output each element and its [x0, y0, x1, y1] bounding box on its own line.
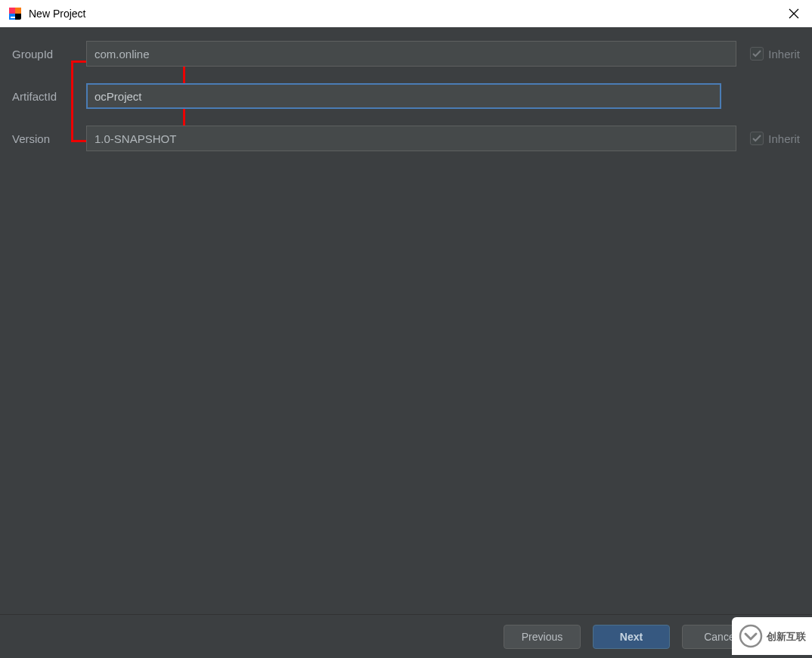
watermark: 创新互联 [732, 617, 812, 655]
button-bar: Previous Next Cancel [0, 614, 812, 658]
group-id-inherit-label: Inherit [768, 48, 800, 61]
titlebar: New Project [0, 0, 812, 27]
svg-rect-4 [11, 17, 15, 18]
artifact-id-label: ArtifactId [12, 90, 86, 103]
group-id-input[interactable] [86, 41, 736, 67]
group-id-row: GroupId Inherit [12, 41, 800, 67]
close-icon[interactable] [785, 5, 803, 23]
svg-rect-2 [15, 8, 21, 14]
version-inherit-label: Inherit [768, 132, 800, 145]
intellij-icon [8, 6, 23, 21]
main-panel: GroupId Inherit ArtifactId Version Inher… [0, 27, 812, 658]
group-id-label: GroupId [12, 48, 86, 61]
version-input[interactable] [86, 126, 736, 151]
artifact-id-input[interactable] [86, 83, 721, 109]
next-button[interactable]: Next [593, 625, 670, 649]
version-label: Version [12, 132, 86, 145]
version-inherit-checkbox[interactable] [750, 132, 764, 145]
watermark-text: 创新互联 [767, 632, 806, 641]
svg-point-7 [740, 625, 761, 647]
version-row: Version Inherit [12, 126, 800, 151]
previous-button[interactable]: Previous [504, 625, 581, 649]
watermark-logo-icon [739, 624, 763, 648]
group-id-inherit: Inherit [750, 47, 800, 61]
window-title: New Project [29, 8, 85, 20]
group-id-inherit-checkbox[interactable] [750, 47, 764, 61]
version-inherit: Inherit [750, 132, 800, 145]
svg-rect-1 [9, 8, 15, 14]
artifact-id-row: ArtifactId [12, 83, 800, 109]
